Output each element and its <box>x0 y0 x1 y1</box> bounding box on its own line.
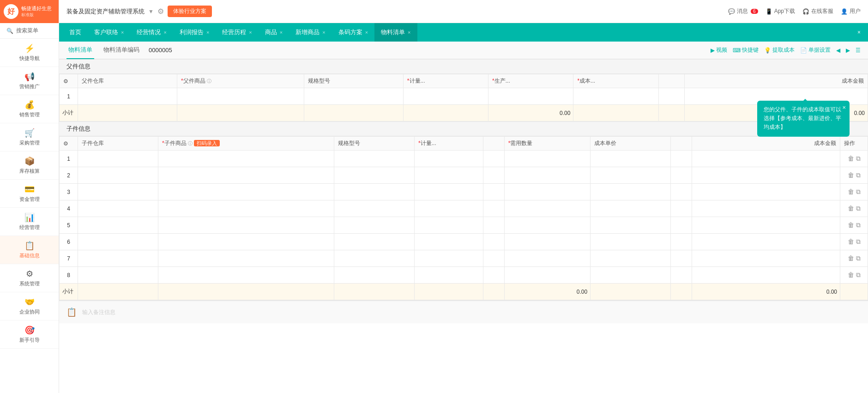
sub-tab-bom[interactable]: 物料清单 <box>66 42 94 59</box>
child-spec[interactable] <box>334 267 415 284</box>
child-unit-price[interactable] <box>591 217 671 234</box>
child-warehouse[interactable] <box>78 200 158 217</box>
tooltip-close-btn[interactable]: × <box>842 103 846 113</box>
child-goods[interactable] <box>158 267 334 284</box>
child-warehouse[interactable] <box>78 167 158 184</box>
copy-btn[interactable]: ⧉ <box>856 171 861 179</box>
extract-cost-btn[interactable]: 💡 提取成本 <box>764 46 795 54</box>
child-unit-price[interactable] <box>591 234 671 250</box>
nav-next[interactable]: ▶ <box>846 47 850 54</box>
copy-btn[interactable]: ⧉ <box>856 238 861 246</box>
close-all-tabs[interactable]: × <box>854 29 864 36</box>
sidebar-item-operations[interactable]: 📊 经营管理 <box>0 208 59 236</box>
child-warehouse[interactable] <box>78 250 158 267</box>
copy-btn[interactable]: ⧉ <box>856 254 861 262</box>
child-col-settings[interactable]: ⚙ <box>60 137 78 151</box>
child-unit-price[interactable] <box>591 200 671 217</box>
child-goods[interactable] <box>158 184 334 200</box>
child-spec[interactable] <box>334 234 415 250</box>
child-goods[interactable] <box>158 217 334 234</box>
child-warehouse[interactable] <box>78 151 158 167</box>
delete-btn[interactable]: 🗑 <box>848 155 854 163</box>
child-quantity[interactable] <box>504 250 591 267</box>
child-goods[interactable] <box>158 250 334 267</box>
child-unit-price[interactable] <box>591 151 671 167</box>
app-download-btn[interactable]: 📱 App下载 <box>766 7 795 15</box>
child-quantity[interactable] <box>504 184 591 200</box>
note-hint[interactable]: 输入备注信息 <box>82 308 115 316</box>
shortcut-btn[interactable]: ⌨ 快捷键 <box>733 46 759 54</box>
child-unit-price[interactable] <box>591 184 671 200</box>
child-unit[interactable] <box>415 250 483 267</box>
sidebar-item-marketing[interactable]: 📢 营销推广 <box>0 67 59 95</box>
child-quantity[interactable] <box>504 167 591 184</box>
nav-tab-history[interactable]: 经营历程× <box>216 23 258 42</box>
parent-unit[interactable] <box>403 88 488 105</box>
sidebar-item-basic-info[interactable]: 📋 基础信息 <box>0 236 59 264</box>
sidebar-item-purchase[interactable]: 🛒 采购管理 <box>0 123 59 151</box>
child-warehouse[interactable] <box>78 184 158 200</box>
sidebar-item-sales[interactable]: 💰 销售管理 <box>0 95 59 123</box>
child-spec[interactable] <box>334 250 415 267</box>
sidebar-item-system[interactable]: ⚙ 系统管理 <box>0 264 59 292</box>
message-btn[interactable]: 💬 消息 6 <box>728 7 758 15</box>
close-goods-tab[interactable]: × <box>280 30 283 35</box>
delete-btn[interactable]: 🗑 <box>848 238 854 246</box>
parent-goods[interactable] <box>177 88 304 105</box>
delete-btn[interactable]: 🗑 <box>848 221 854 229</box>
nav-tab-new-goods[interactable]: 新增商品× <box>289 23 332 42</box>
child-warehouse[interactable] <box>78 217 158 234</box>
sidebar-item-inventory[interactable]: 📦 库存核算 <box>0 151 59 180</box>
child-quantity[interactable] <box>504 200 591 217</box>
child-goods[interactable] <box>158 234 334 250</box>
parent-produce[interactable] <box>488 88 573 105</box>
child-unit[interactable] <box>415 167 483 184</box>
copy-btn[interactable]: ⧉ <box>856 155 861 163</box>
delete-btn[interactable]: 🗑 <box>848 254 854 262</box>
delete-btn[interactable]: 🗑 <box>848 205 854 212</box>
child-spec[interactable] <box>334 167 415 184</box>
parent-warehouse[interactable] <box>78 88 177 105</box>
child-unit[interactable] <box>415 184 483 200</box>
scan-badge[interactable]: 扫码录入 <box>194 140 220 146</box>
child-unit-price[interactable] <box>591 267 671 284</box>
child-unit[interactable] <box>415 267 483 284</box>
close-new-goods-tab[interactable]: × <box>322 30 325 35</box>
child-unit-price[interactable] <box>591 250 671 267</box>
sidebar-item-finance[interactable]: 💳 资金管理 <box>0 180 59 208</box>
nav-prev[interactable]: ◀ <box>836 47 840 54</box>
child-goods[interactable] <box>158 151 334 167</box>
child-unit[interactable] <box>415 234 483 250</box>
delete-btn[interactable]: 🗑 <box>848 171 854 179</box>
nav-menu[interactable]: ☰ <box>856 47 861 54</box>
child-warehouse[interactable] <box>78 267 158 284</box>
parent-spec[interactable] <box>304 88 403 105</box>
nav-tab-operations[interactable]: 经营情况× <box>130 23 173 42</box>
copy-btn[interactable]: ⧉ <box>856 205 861 212</box>
sidebar-item-quick-nav[interactable]: ⚡ 快捷导航 <box>0 39 59 67</box>
child-unit[interactable] <box>415 151 483 167</box>
close-history-tab[interactable]: × <box>249 30 252 35</box>
close-customer-tab[interactable]: × <box>121 30 124 35</box>
close-bom-tab[interactable]: × <box>408 30 410 35</box>
nav-tab-bom[interactable]: 物料清单× <box>374 23 417 42</box>
video-btn[interactable]: ▶ 视频 <box>711 46 727 54</box>
sidebar-item-collab[interactable]: 🤝 企业协同 <box>0 292 59 320</box>
child-unit[interactable] <box>415 217 483 234</box>
close-profit-tab[interactable]: × <box>206 30 209 35</box>
try-button[interactable]: 体验行业方案 <box>168 6 212 17</box>
nav-tab-home[interactable]: 首页 <box>63 23 88 42</box>
sidebar-search[interactable]: 🔍 搜索菜单 <box>0 23 59 39</box>
doc-settings-btn[interactable]: 📄 单据设置 <box>800 46 831 54</box>
copy-btn[interactable]: ⧉ <box>856 188 861 196</box>
sub-tab-bom-code[interactable]: 物料清单编码 <box>102 42 141 59</box>
sidebar-item-guide[interactable]: 🎯 新手引导 <box>0 320 59 349</box>
delete-btn[interactable]: 🗑 <box>848 271 854 279</box>
child-quantity[interactable] <box>504 267 591 284</box>
copy-btn[interactable]: ⧉ <box>856 271 861 279</box>
user-btn[interactable]: 👤 用户 <box>841 7 861 15</box>
settings-icon[interactable]: ⚙ <box>157 7 164 16</box>
child-unit-price[interactable] <box>591 167 671 184</box>
child-goods[interactable] <box>158 167 334 184</box>
nav-tab-goods[interactable]: 商品× <box>259 23 289 42</box>
